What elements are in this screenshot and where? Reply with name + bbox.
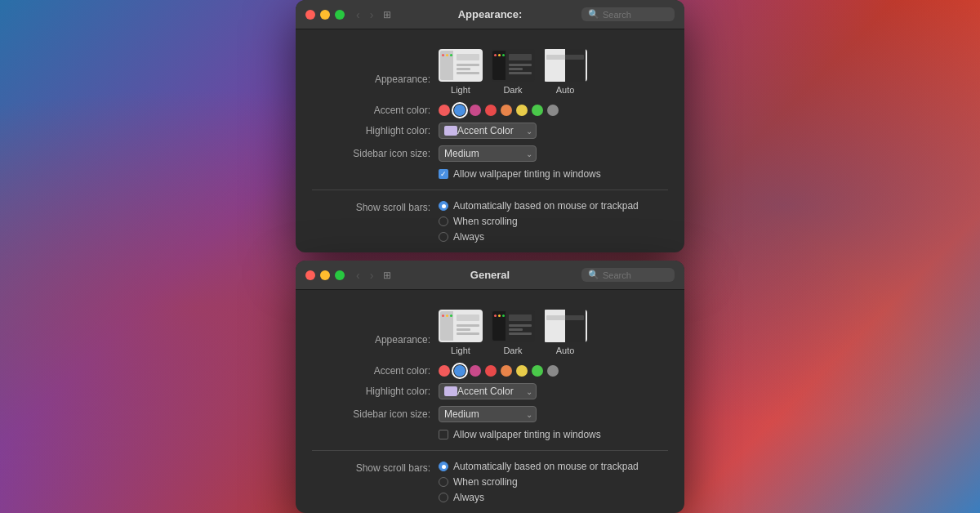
back-button[interactable]: ‹ bbox=[353, 7, 363, 22]
scroll-always-item[interactable]: Always bbox=[439, 231, 639, 243]
scroll-when-radio-b[interactable] bbox=[439, 477, 448, 487]
minimize-button[interactable] bbox=[320, 10, 330, 20]
back-button-b[interactable]: ‹ bbox=[353, 268, 363, 283]
wallpaper-checkbox[interactable]: ✓ bbox=[439, 169, 448, 179]
accent-purple[interactable] bbox=[470, 105, 481, 116]
scroll-always-label: Always bbox=[453, 231, 484, 243]
wallpaper-label: Allow wallpaper tinting in windows bbox=[453, 168, 601, 180]
auto-label: Auto bbox=[556, 85, 575, 95]
accent-yellow[interactable] bbox=[516, 105, 528, 116]
highlight-value-b: Accent Color bbox=[457, 386, 514, 397]
scroll-when-label: When scrolling bbox=[453, 216, 518, 227]
dropdown-arrow-2b: ⌄ bbox=[526, 410, 532, 419]
wallpaper-checkbox-row[interactable]: ✓ Allow wallpaper tinting in windows bbox=[439, 168, 601, 180]
wallpaper-label-b: Allow wallpaper tinting in windows bbox=[453, 429, 601, 440]
window-title-b: General bbox=[470, 269, 510, 281]
maximize-button-b[interactable] bbox=[335, 270, 345, 280]
highlight-color-row-b: Highlight color: Accent Color ⌄ bbox=[296, 380, 684, 403]
panels-container: ‹ › ⊞ Appearance: 🔍 Appearance: bbox=[0, 0, 980, 513]
nav-buttons-bottom: ‹ › bbox=[353, 268, 376, 283]
accent-red[interactable] bbox=[485, 105, 497, 116]
appearance-label-b: Appearance: bbox=[312, 310, 430, 346]
search-input[interactable] bbox=[603, 10, 668, 20]
accent-yellow-b[interactable] bbox=[516, 365, 528, 377]
forward-button[interactable]: › bbox=[367, 7, 377, 22]
highlight-dropdown[interactable]: Accent Color ⌄ bbox=[439, 123, 537, 139]
accent-blue-b[interactable] bbox=[454, 365, 466, 377]
accent-green[interactable] bbox=[532, 105, 543, 116]
accent-multicolor[interactable] bbox=[439, 105, 450, 116]
scroll-bars-row: Show scroll bars: Automatically based on… bbox=[296, 197, 684, 246]
auto-thumb-b bbox=[543, 310, 587, 342]
scroll-when-item[interactable]: When scrolling bbox=[439, 216, 639, 227]
accent-green-b[interactable] bbox=[532, 365, 543, 377]
wallpaper-checkbox-row-b[interactable]: Allow wallpaper tinting in windows bbox=[439, 429, 601, 440]
scroll-always-radio-b[interactable] bbox=[439, 493, 448, 502]
content-top: Appearance: bbox=[296, 29, 684, 252]
accent-color-label: Accent color: bbox=[312, 105, 430, 116]
forward-button-b[interactable]: › bbox=[367, 268, 377, 283]
appearance-light-b[interactable]: Light bbox=[439, 310, 483, 355]
accent-red-b[interactable] bbox=[485, 365, 497, 377]
scroll-bars-options-b: Automatically based on mouse or trackpad… bbox=[439, 461, 639, 503]
window-title: Appearance: bbox=[458, 8, 523, 20]
auto-label-b: Auto bbox=[556, 346, 575, 355]
sidebar-size-row-b: Sidebar icon size: Medium ⌄ bbox=[296, 403, 684, 426]
search-icon-b: 🔍 bbox=[588, 270, 599, 280]
appearance-dark-b[interactable]: Dark bbox=[491, 310, 535, 355]
dark-label-b: Dark bbox=[503, 346, 522, 355]
scroll-when-radio[interactable] bbox=[439, 216, 448, 226]
sidebar-size-row: Sidebar icon size: Medium ⌄ bbox=[296, 142, 684, 165]
accent-multicolor-b[interactable] bbox=[439, 365, 450, 377]
close-button[interactable] bbox=[305, 10, 315, 20]
grid-icon-b[interactable]: ⊞ bbox=[383, 270, 391, 281]
accent-color-row: Accent color: bbox=[296, 101, 684, 119]
divider-b bbox=[312, 450, 668, 451]
scroll-auto-item-b[interactable]: Automatically based on mouse or trackpad bbox=[439, 461, 639, 472]
scroll-always-radio[interactable] bbox=[439, 232, 448, 242]
titlebar-bottom: ‹ › ⊞ General 🔍 bbox=[296, 261, 684, 290]
dark-label: Dark bbox=[503, 85, 522, 95]
scroll-always-item-b[interactable]: Always bbox=[439, 492, 639, 503]
accent-orange-b[interactable] bbox=[501, 365, 512, 377]
wallpaper-row: ✓ Allow wallpaper tinting in windows bbox=[296, 165, 684, 183]
sidebar-size-dropdown[interactable]: Medium ⌄ bbox=[439, 145, 537, 162]
scroll-bars-label-b: Show scroll bars: bbox=[312, 461, 430, 474]
wallpaper-checkbox-b[interactable] bbox=[439, 430, 448, 439]
search-box-b[interactable]: 🔍 bbox=[581, 268, 675, 282]
scroll-auto-radio-b[interactable] bbox=[439, 462, 448, 471]
appearance-dark[interactable]: Dark bbox=[491, 49, 535, 95]
content-bottom: Appearance: bbox=[296, 290, 684, 513]
maximize-button[interactable] bbox=[335, 10, 345, 20]
divider bbox=[312, 190, 668, 190]
search-input-b[interactable] bbox=[603, 270, 668, 280]
close-button-b[interactable] bbox=[305, 270, 315, 280]
scroll-auto-item[interactable]: Automatically based on mouse or trackpad bbox=[439, 200, 639, 212]
grid-icon[interactable]: ⊞ bbox=[383, 9, 391, 20]
dropdown-arrow-2: ⌄ bbox=[526, 149, 532, 158]
dropdown-arrow-b: ⌄ bbox=[526, 387, 532, 396]
accent-blue[interactable] bbox=[454, 105, 466, 116]
appearance-options-b: Light bbox=[439, 310, 587, 355]
appearance-options: Light bbox=[439, 49, 587, 95]
accent-orange[interactable] bbox=[501, 105, 512, 116]
accent-graphite-b[interactable] bbox=[547, 365, 559, 377]
appearance-row-b: Appearance: bbox=[296, 303, 684, 362]
highlight-color-row: Highlight color: Accent Color ⌄ bbox=[296, 119, 684, 142]
scroll-when-item-b[interactable]: When scrolling bbox=[439, 476, 639, 488]
dark-thumb-b bbox=[491, 310, 535, 342]
panel-bottom: ‹ › ⊞ General 🔍 Appearance: bbox=[296, 261, 684, 513]
scroll-auto-radio[interactable] bbox=[439, 201, 448, 211]
appearance-light[interactable]: Light bbox=[439, 49, 483, 95]
sidebar-size-label-b: Sidebar icon size: bbox=[312, 408, 430, 420]
sidebar-size-dropdown-b[interactable]: Medium ⌄ bbox=[439, 406, 537, 422]
highlight-swatch bbox=[444, 126, 457, 136]
highlight-dropdown-b[interactable]: Accent Color ⌄ bbox=[439, 383, 537, 399]
appearance-auto-b[interactable]: Auto bbox=[543, 310, 587, 355]
accent-graphite[interactable] bbox=[547, 105, 559, 116]
search-box[interactable]: 🔍 bbox=[581, 7, 675, 21]
minimize-button-b[interactable] bbox=[320, 270, 330, 280]
accent-purple-b[interactable] bbox=[470, 365, 481, 377]
appearance-auto[interactable]: Auto bbox=[543, 49, 587, 95]
scroll-when-label-b: When scrolling bbox=[453, 476, 518, 488]
